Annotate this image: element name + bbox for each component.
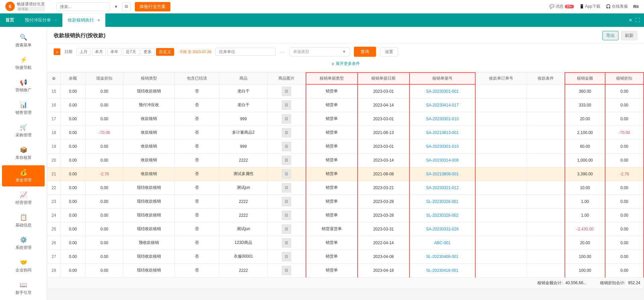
cell-writeoff-bill-no[interactable]: SA-20230314-008 — [410, 153, 475, 167]
tab-home[interactable]: 首页 — [0, 13, 19, 27]
date-btn-more[interactable]: 更多 — [141, 48, 155, 56]
user-name[interactable]: Rit — [633, 4, 639, 9]
cell-writeoff-bill-no[interactable]: SA-20230301-010 — [410, 112, 475, 126]
cell-receipt-order — [475, 153, 527, 167]
data-table: ⚙ 余额 现金折扣 核销类型 包含已结清 商品 商品图片 核销单据类型 核销单据… — [47, 72, 644, 277]
export-button[interactable]: 导出 — [602, 31, 619, 40]
online-service[interactable]: 🎧 在线客服 — [606, 4, 628, 9]
cell-writeoff-discount: 0.00 — [605, 153, 644, 167]
writeoff-bill-link[interactable]: SA-20230321-012 — [426, 185, 459, 190]
refresh-button[interactable]: 刷新 — [621, 31, 637, 40]
cell-writeoff-bill-no[interactable]: SA-20230321-012 — [410, 181, 475, 195]
writeoff-bill-link[interactable]: SL-20230418-001 — [426, 268, 459, 273]
writeoff-bill-link[interactable]: SL-20230328-002 — [426, 213, 459, 218]
cell-writeoff-bill-no[interactable]: ABC-001 — [410, 236, 475, 250]
cell-product: 老白干 — [219, 84, 268, 98]
date-btn-custom[interactable]: 自定义 — [156, 48, 174, 56]
purchase-icon: 🛒 — [20, 124, 27, 131]
sidebar-label-collab: 企业协同 — [15, 267, 32, 273]
expand-arrow[interactable]: » — [54, 48, 60, 55]
cell-writeoff-bill-no[interactable]: SL-20230418-001 — [410, 263, 475, 277]
sidebar-item-purchase[interactable]: 🛒 采购管理 — [2, 120, 45, 141]
cell-balance: 0.00 — [61, 195, 86, 208]
cell-writeoff-bill-no[interactable]: SA-20210808-001 — [410, 167, 475, 181]
sidebar-item-sales[interactable]: 📊 销售管理 — [2, 98, 45, 119]
expand-more-btn[interactable]: ∨ 展开更多条件 — [331, 59, 360, 69]
cell-writeoff-bill-date: 2021-08-08 — [358, 167, 409, 181]
cell-writeoff-bill-no[interactable]: SL-20230408-001 — [410, 250, 475, 263]
logo-icon: 6 — [5, 2, 15, 11]
cell-writeoff-bill-no[interactable]: SL-20230328-002 — [410, 208, 475, 222]
writeoff-bill-link[interactable]: SA-20210813-001 — [426, 130, 459, 135]
logo-text: 畅捷通谱好生意 — [17, 2, 45, 6]
writeoff-bill-link[interactable]: SL-20230328-001 — [426, 199, 459, 204]
date-label: 日期 — [64, 49, 72, 55]
cell-product: 2222 — [219, 208, 268, 222]
message-area[interactable]: 💬 消息 99+ — [549, 4, 574, 9]
cell-cash-discount: 0.00 — [85, 263, 123, 277]
table-row: 17 0.00 0.00 收款核销 否 999 🖼 销货单 2023-03-01… — [47, 112, 644, 126]
writeoff-bill-link[interactable]: ABC-001 — [434, 241, 450, 245]
sidebar-item-ops[interactable]: 📈 经营管理 — [2, 188, 45, 209]
query-button[interactable]: 查询 — [354, 47, 376, 57]
tab-prepay-close[interactable]: ✕ — [54, 18, 57, 22]
cell-receipt-condition — [527, 208, 565, 222]
cell-writeoff-bill-no[interactable]: SA-20230301-010 — [410, 139, 475, 153]
cell-writeoff-discount: -2.76 — [605, 167, 644, 181]
col-settings[interactable]: ⚙ — [47, 73, 61, 84]
partner-input[interactable] — [215, 48, 276, 56]
date-btn-this-year[interactable]: 本年 — [107, 48, 121, 56]
cell-seq: 24 — [47, 208, 61, 222]
col-balance: 余额 — [61, 73, 86, 84]
sidebar-item-marketing[interactable]: 📢 营销推广 — [2, 75, 45, 96]
top-dropdown[interactable]: ▼ — [114, 4, 118, 9]
writeoff-bill-link[interactable]: SA-20230301-001 — [426, 89, 459, 94]
cell-writeoff-bill-no[interactable]: SA-20210813-001 — [410, 126, 475, 139]
writeoff-bill-link[interactable]: SL-20230408-001 — [426, 254, 459, 259]
trial-button[interactable]: 体验行业方案 — [135, 2, 170, 11]
cell-product: 999 — [219, 139, 268, 153]
tab-writeoff-close[interactable]: ✕ — [97, 18, 100, 22]
table-body: 15 0.00 0.00 现结收款核销 否 老白干 🖼 销货单 2023-03-… — [47, 84, 644, 277]
app-download[interactable]: 📱 App下载 — [579, 4, 600, 9]
gear-button[interactable]: ⚙ — [122, 2, 131, 11]
bill-type-select[interactable]: 单据类型 ▼ — [289, 47, 350, 56]
sidebar-item-basic[interactable]: 📋 基础信息 — [2, 210, 45, 231]
sidebar-label-inventory: 库存核算 — [15, 155, 32, 161]
writeoff-bill-link[interactable]: SA-20230331-026 — [426, 227, 459, 231]
cell-writeoff-bill-date: 2023-04-18 — [358, 263, 409, 277]
tab-writeoff[interactable]: 收款核销执行 ✕ — [62, 13, 105, 27]
cell-writeoff-discount: 0.00 — [605, 222, 644, 236]
sidebar-item-quick[interactable]: ⚡ 快捷导航 — [2, 53, 45, 74]
date-btn-last-month[interactable]: 上月 — [76, 48, 91, 56]
writeoff-bill-link[interactable]: SA-20230414-017 — [426, 103, 459, 108]
sidebar-item-system[interactable]: ⚙️ 系统管理 — [2, 233, 45, 254]
cell-included-settled: 否 — [175, 167, 219, 181]
sidebar-item-guide[interactable]: 📖 新手引导 — [2, 278, 45, 299]
writeoff-bill-link[interactable]: SA-20230314-008 — [426, 158, 459, 163]
date-btn-this-month[interactable]: 本月 — [92, 48, 106, 56]
cell-product: 测试多属性 — [219, 167, 268, 181]
nav-expand-btn[interactable]: ⛶ — [635, 17, 640, 23]
writeoff-bill-link[interactable]: SA-20230301-010 — [426, 144, 459, 149]
cell-seq: 25 — [47, 222, 61, 236]
writeoff-bill-link[interactable]: SA-20230301-010 — [426, 117, 459, 121]
top-search-input[interactable] — [56, 2, 110, 11]
nav-close-btn[interactable]: ✕ — [629, 17, 633, 23]
cell-writeoff-bill-no[interactable]: SA-20230331-026 — [410, 222, 475, 236]
inventory-icon: 📦 — [20, 146, 27, 154]
cell-writeoff-type: 现结收款核销 — [123, 181, 175, 195]
cell-writeoff-bill-no[interactable]: SA-20230301-001 — [410, 84, 475, 98]
settings-button[interactable]: 设置 — [380, 47, 398, 56]
tab-prepay[interactable]: 预付冲应付单 ✕ — [19, 13, 62, 27]
sidebar-item-inventory[interactable]: 📦 库存核算 — [2, 143, 45, 164]
writeoff-bill-link[interactable]: SA-20210808-001 — [426, 172, 459, 176]
table-row: 25 0.00 0.00 现结收款核销 否 测试jun 🖼 销货退货单 2023… — [47, 222, 644, 236]
sidebar-item-collab[interactable]: 🤝 企业协同 — [2, 255, 45, 276]
sidebar-item-search[interactable]: 🔍 搜索菜单 — [2, 30, 45, 51]
sidebar-item-finance[interactable]: 💰 资金管理 — [2, 165, 45, 186]
col-receipt-order: 收款单订单号 — [475, 73, 527, 84]
cell-writeoff-bill-no[interactable]: SL-20230328-001 — [410, 195, 475, 208]
date-btn-7days[interactable]: 近7天 — [123, 48, 139, 56]
cell-writeoff-bill-no[interactable]: SA-20230414-017 — [410, 98, 475, 112]
